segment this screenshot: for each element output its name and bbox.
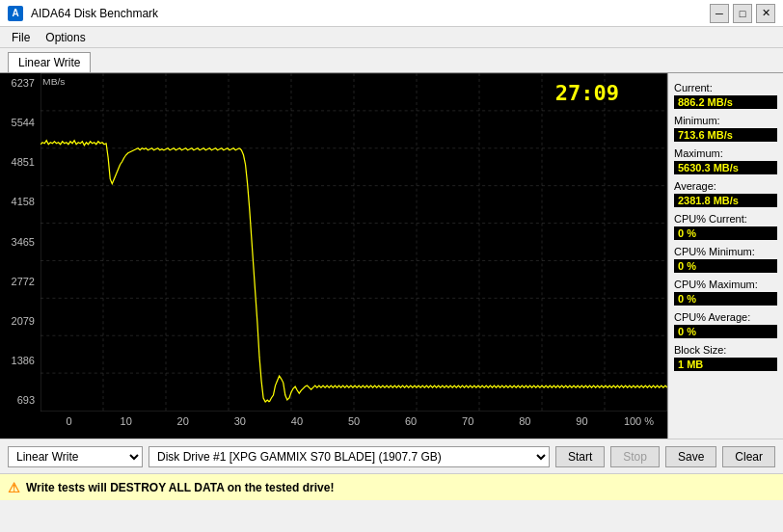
cpu-current-value: 0 %	[674, 226, 777, 240]
minimize-button[interactable]: ─	[710, 4, 729, 23]
chart-area: 6237 5544 4851 4158 3465 2772 2079 1386 …	[0, 73, 667, 439]
average-value: 2381.8 MB/s	[674, 194, 777, 207]
clear-button[interactable]: Clear	[722, 446, 775, 467]
window-controls: ─ □ ✕	[710, 4, 775, 23]
maximum-value: 5630.3 MB/s	[674, 161, 777, 174]
average-label: Average:	[674, 180, 777, 192]
drive-dropdown[interactable]: Disk Drive #1 [XPG GAMMIX S70 BLADE] (19…	[148, 446, 550, 467]
y-label-7: 1386	[2, 355, 39, 366]
x-label-2: 20	[154, 415, 211, 427]
y-axis: 6237 5544 4851 4158 3465 2772 2079 1386 …	[0, 73, 40, 410]
stop-button[interactable]: Stop	[610, 446, 660, 467]
title-bar: A AIDA64 Disk Benchmark ─ □ ✕	[0, 0, 783, 27]
warning-text: Write tests will DESTROY ALL DATA on the…	[26, 481, 334, 494]
x-label-3: 30	[211, 415, 268, 427]
block-size-value: 1 MB	[674, 358, 777, 371]
x-label-8: 80	[497, 415, 554, 427]
x-label-5: 50	[325, 415, 382, 427]
x-label-0: 0	[40, 415, 97, 427]
cpu-maximum-label: CPU% Maximum:	[674, 279, 777, 290]
chart-canvas: MB/s	[40, 73, 667, 412]
maximum-label: Maximum:	[674, 147, 777, 159]
y-label-8: 693	[2, 394, 39, 406]
y-label-3: 4158	[2, 196, 39, 207]
cpu-maximum-value: 0 %	[674, 292, 777, 306]
x-label-7: 70	[440, 415, 497, 427]
window-title: AIDA64 Disk Benchmark	[31, 7, 158, 20]
x-label-6: 60	[383, 415, 440, 427]
y-label-6: 2079	[2, 315, 39, 327]
x-label-4: 40	[268, 415, 325, 427]
cpu-minimum-value: 0 %	[674, 259, 777, 273]
time-display: 27:09	[555, 81, 619, 105]
right-panel: Current: 886.2 MB/s Minimum: 713.6 MB/s …	[667, 73, 783, 439]
cpu-minimum-label: CPU% Minimum:	[674, 246, 777, 257]
bottom-controls: Linear Write Disk Drive #1 [XPG GAMMIX S…	[0, 439, 783, 473]
cpu-current-label: CPU% Current:	[674, 213, 777, 225]
x-label-1: 10	[97, 415, 154, 427]
svg-text:MB/s: MB/s	[42, 76, 65, 87]
x-label-10: 100 %	[610, 415, 667, 427]
y-label-4: 3465	[2, 236, 39, 248]
tab-bar: Linear Write	[0, 48, 783, 72]
y-label-2: 4851	[2, 156, 39, 168]
x-label-9: 90	[554, 415, 610, 427]
menu-bar: File Options	[0, 27, 783, 48]
minimum-value: 713.6 MB/s	[674, 128, 777, 142]
warning-bar: ⚠ Write tests will DESTROY ALL DATA on t…	[0, 473, 783, 500]
maximize-button[interactable]: □	[733, 4, 752, 23]
main-content: 6237 5544 4851 4158 3465 2772 2079 1386 …	[0, 72, 783, 439]
block-size-label: Block Size:	[674, 344, 777, 356]
y-label-0: 6237	[2, 77, 39, 89]
save-button[interactable]: Save	[665, 446, 716, 467]
app-icon: A	[8, 6, 23, 21]
start-button[interactable]: Start	[555, 446, 605, 467]
chart-svg: MB/s	[40, 73, 667, 412]
cpu-average-label: CPU% Average:	[674, 311, 777, 323]
menu-options[interactable]: Options	[38, 29, 93, 46]
current-value: 886.2 MB/s	[674, 95, 777, 109]
test-type-dropdown[interactable]: Linear Write	[8, 446, 143, 467]
cpu-average-value: 0 %	[674, 325, 777, 338]
tab-linear-write[interactable]: Linear Write	[8, 52, 91, 72]
warning-icon: ⚠	[8, 480, 20, 495]
title-bar-left: A AIDA64 Disk Benchmark	[8, 6, 158, 21]
current-label: Current:	[674, 82, 777, 93]
y-label-5: 2772	[2, 276, 39, 287]
x-axis: 0 10 20 30 40 50 60 70 80 90 100 %	[40, 412, 667, 439]
y-label-1: 5544	[2, 117, 39, 128]
close-button[interactable]: ✕	[756, 4, 775, 23]
menu-file[interactable]: File	[4, 29, 38, 46]
minimum-label: Minimum:	[674, 115, 777, 126]
